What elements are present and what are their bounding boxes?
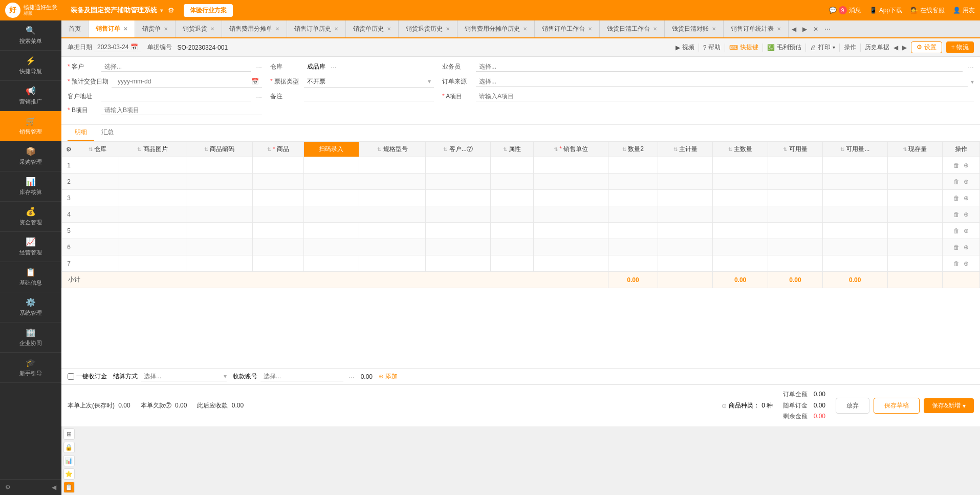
tab-prev-button[interactable]: ◀ — [789, 21, 799, 37]
row-4-main-qty[interactable] — [713, 206, 768, 223]
delivery-date-picker[interactable]: 📅 — [112, 76, 262, 88]
row-7-main-qty[interactable] — [713, 255, 768, 272]
tab-next-button[interactable]: ▶ — [799, 21, 810, 37]
settings-gear-button[interactable]: ⚙ — [166, 4, 177, 16]
row-2-spec-model[interactable] — [359, 174, 426, 190]
row-3-qty2[interactable] — [608, 190, 658, 206]
row-1-spec-model[interactable] — [359, 157, 426, 174]
row-2-current-stock[interactable] — [887, 174, 942, 190]
message-item[interactable]: 💬 9 消息 — [829, 6, 861, 15]
col-header-available2[interactable]: ⇅ 可用量... — [823, 142, 887, 157]
row-2-main-qty[interactable] — [713, 174, 768, 190]
row-4-attribute[interactable] — [490, 206, 533, 223]
col-header-product-image[interactable]: ⇅ 商品图片 — [119, 142, 186, 157]
profit-preview-btn[interactable]: 💹 毛利预估 — [767, 43, 801, 52]
row-4-product[interactable] — [252, 206, 303, 223]
right-icon-3[interactable]: 📊 — [63, 455, 75, 466]
row-1-available1[interactable] — [768, 157, 822, 174]
row-4-warehouse[interactable] — [76, 206, 119, 223]
col-header-main-qty[interactable]: ⇅ 主数量 — [713, 142, 768, 157]
save-draft-button[interactable]: 保存草稿 — [874, 398, 920, 414]
row-6-delete-icon[interactable]: 🗑 — [953, 244, 960, 251]
col-header-customer-order[interactable]: ⇅ 客户...⑦ — [426, 142, 490, 157]
tab-close-sales-refund-history[interactable]: ✕ — [446, 26, 450, 32]
tab-sales-order-workbench[interactable]: 销售订单工作台 ✕ — [535, 20, 600, 37]
row-3-delete-icon[interactable]: 🗑 — [953, 195, 960, 202]
row-4-scan-input[interactable] — [303, 206, 359, 223]
sidebar-item-finance[interactable]: 💰 资金管理 — [0, 202, 61, 232]
row-1-product-image[interactable] — [119, 157, 186, 174]
add-payment-button[interactable]: ⊕ 添加 — [379, 372, 398, 381]
row-7-sales-unit[interactable] — [534, 255, 608, 272]
sort-product-code[interactable]: ⇅ — [204, 146, 208, 152]
col-header-attribute[interactable]: ⇅ 属性 — [490, 142, 533, 157]
row-4-spec-model[interactable] — [359, 206, 426, 223]
row-6-available1[interactable] — [768, 239, 822, 255]
sort-warehouse[interactable]: ⇅ — [89, 146, 93, 152]
row-4-product-code[interactable] — [186, 206, 252, 223]
row-6-copy-icon[interactable]: ⊕ — [964, 244, 969, 251]
sidebar-item-search-menu[interactable]: 🔍 搜索菜单 — [0, 20, 61, 51]
project-b-input[interactable] — [101, 105, 262, 115]
sidebar-item-guide[interactable]: 🎓 新手引导 — [0, 353, 61, 383]
tab-sales-expense-split[interactable]: 销售费用分摊单 ✕ — [222, 20, 287, 37]
settle-method-arrow[interactable]: ▾ — [224, 373, 227, 380]
row-5-spec-model[interactable] — [359, 223, 426, 239]
sidebar-item-marketing[interactable]: 📢 营销推广 — [0, 81, 61, 111]
row-3-copy-icon[interactable]: ⊕ — [964, 195, 969, 202]
row-6-product-code[interactable] — [186, 239, 252, 255]
app-download-item[interactable]: 📱 App下载 — [869, 6, 902, 15]
memo-input[interactable] — [304, 92, 434, 101]
row-5-copy-icon[interactable]: ⊕ — [964, 227, 969, 234]
row-3-spec-model[interactable] — [359, 190, 426, 206]
row-5-main-unit[interactable] — [658, 223, 713, 239]
customer-input[interactable] — [101, 62, 251, 72]
operation-btn[interactable]: 操作 — [844, 43, 856, 52]
tab-cash-daily-workbench[interactable]: 钱货日清工作台 ✕ — [600, 20, 665, 37]
history-btn[interactable]: 历史单据 — [865, 43, 889, 52]
row-1-scan-input[interactable] — [303, 157, 359, 174]
row-2-delete-icon[interactable]: 🗑 — [953, 178, 960, 185]
row-2-product-code[interactable] — [186, 174, 252, 190]
row-3-available1[interactable] — [768, 190, 822, 206]
row-7-available2[interactable] — [823, 255, 887, 272]
sidebar-item-purchase-mgmt[interactable]: 📦 采购管理 — [0, 141, 61, 171]
settle-method-select[interactable]: ▾ — [141, 372, 227, 381]
row-3-product-image[interactable] — [119, 190, 186, 206]
row-3-current-stock[interactable] — [887, 190, 942, 206]
print-arrow[interactable]: ▾ — [833, 45, 835, 50]
row-4-copy-icon[interactable]: ⊕ — [964, 211, 969, 218]
row-1-current-stock[interactable] — [887, 157, 942, 174]
next-record-button[interactable]: ▶ — [902, 44, 907, 51]
sort-spec-model[interactable]: ⇅ — [377, 146, 381, 152]
sort-main-unit[interactable]: ⇅ — [673, 146, 678, 152]
row-7-warehouse[interactable] — [76, 255, 119, 272]
tab-close-sales-order-workbench[interactable]: ✕ — [588, 26, 592, 32]
row-2-available1[interactable] — [768, 174, 822, 190]
col-header-qty2[interactable]: ⇅ 数量2 — [608, 142, 658, 157]
tab-close-cash-daily-account[interactable]: ✕ — [712, 26, 716, 32]
row-7-product-code[interactable] — [186, 255, 252, 272]
calendar-icon[interactable]: 📅 — [130, 44, 138, 51]
row-7-main-unit[interactable] — [658, 255, 713, 272]
row-5-available2[interactable] — [823, 223, 887, 239]
row-1-sales-unit[interactable] — [534, 157, 608, 174]
settings-button[interactable]: ⚙ 设置 — [911, 41, 942, 53]
row-1-copy-icon[interactable]: ⊕ — [964, 162, 969, 169]
row-6-main-qty[interactable] — [713, 239, 768, 255]
salesman-more-icon[interactable]: ··· — [968, 63, 974, 71]
sidebar-item-enterprise[interactable]: 🏢 企业协同 — [0, 322, 61, 353]
settings-bottom-icon[interactable]: ⚙ — [5, 484, 11, 491]
row-4-current-stock[interactable] — [887, 206, 942, 223]
row-2-copy-icon[interactable]: ⊕ — [964, 178, 969, 185]
row-3-main-unit[interactable] — [658, 190, 713, 206]
sidebar-item-operations[interactable]: 📈 经营管理 — [0, 232, 61, 262]
tab-close-all-button[interactable]: ✕ — [810, 21, 821, 37]
row-5-available1[interactable] — [768, 223, 822, 239]
row-2-available2[interactable] — [823, 174, 887, 190]
row-2-sales-unit[interactable] — [534, 174, 608, 190]
row-5-main-qty[interactable] — [713, 223, 768, 239]
row-7-spec-model[interactable] — [359, 255, 426, 272]
row-2-product[interactable] — [252, 174, 303, 190]
tab-sales-return[interactable]: 销货单 ✕ — [135, 20, 176, 37]
